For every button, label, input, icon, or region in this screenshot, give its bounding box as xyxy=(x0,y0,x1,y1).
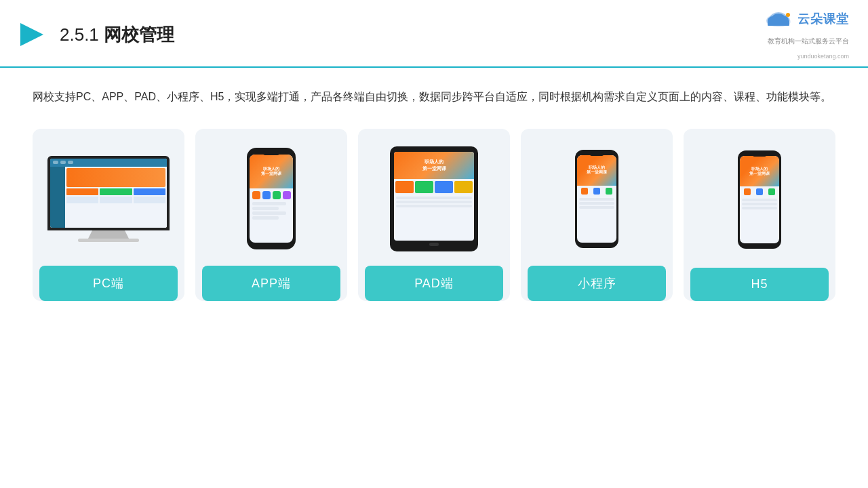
monitor-stand xyxy=(88,230,129,239)
phone-screen: 职场人的第一堂网课 xyxy=(250,155,293,243)
tablet-mock: 职场人的第一堂网课 xyxy=(390,146,478,251)
logo-arrow-icon xyxy=(16,19,47,50)
phone-thin-icon xyxy=(744,188,751,195)
phone-line xyxy=(252,211,286,215)
screen-card xyxy=(100,188,132,195)
h5-label: H5 xyxy=(690,268,829,301)
phone-thin-notch xyxy=(753,153,766,157)
nav-dot xyxy=(68,161,73,164)
phone-thin-line xyxy=(742,203,777,205)
svg-rect-8 xyxy=(768,20,789,26)
tablet-card xyxy=(454,181,473,193)
phone-line xyxy=(252,207,279,210)
screen-card xyxy=(100,197,132,203)
phone-thin-line xyxy=(579,202,614,205)
phone-thin-line xyxy=(742,199,777,201)
pc-card: PC端 xyxy=(33,129,184,301)
header: 2.5.1 网校管理 云朵课堂 教育机构一站式服务云平台 yunduoketan… xyxy=(0,0,868,68)
screen-card xyxy=(66,197,98,203)
app-card: 职场人的第一堂网课 xyxy=(195,129,347,301)
screen-banner xyxy=(66,168,165,187)
phone-thin-banner-text: 职场人的第一堂网课 xyxy=(749,167,770,176)
description: 网校支持PC、APP、PAD、小程序、H5，实现多端打通，产品各终端自由切换，数… xyxy=(33,87,835,107)
miniprogram-phone: 职场人的第一堂网课 xyxy=(575,150,618,248)
phone-content-lines xyxy=(250,201,293,222)
tablet-banner-text: 职场人的第一堂网课 xyxy=(422,159,446,172)
brand-url: yunduoketang.com xyxy=(797,53,849,60)
miniprogram-card: 职场人的第一堂网课 小程 xyxy=(521,129,673,301)
pc-image-area xyxy=(39,141,178,256)
screen-body xyxy=(50,167,167,228)
monitor-screen-inner xyxy=(50,159,167,228)
phone-thin-icons xyxy=(577,186,616,197)
phone-line xyxy=(252,216,279,220)
pc-monitor xyxy=(47,156,170,242)
screen-card xyxy=(134,197,165,203)
phone-thin-icons xyxy=(740,186,779,197)
tablet-row-line xyxy=(396,205,472,207)
tablet-rows xyxy=(394,195,474,210)
phone-line xyxy=(252,202,286,205)
tablet-screen: 职场人的第一堂网课 xyxy=(394,152,474,241)
phone-icon xyxy=(262,191,271,199)
brand-logo: 云朵课堂 教育机构一站式服务云平台 yunduoketang.com xyxy=(764,9,849,60)
screen-content xyxy=(50,159,167,228)
app-phone-mock: 职场人的第一堂网课 xyxy=(247,148,296,249)
pad-label: PAD端 xyxy=(365,266,503,301)
pad-card: 职场人的第一堂网课 xyxy=(358,129,510,301)
phone-thin-banner-text: 职场人的第一堂网课 xyxy=(587,165,607,175)
brand-icon: 云朵课堂 xyxy=(764,9,849,28)
screen-cards xyxy=(66,188,165,195)
tablet-banner: 职场人的第一堂网课 xyxy=(394,152,474,179)
tablet-row-line xyxy=(396,201,472,203)
screen-sidebar xyxy=(50,167,65,228)
phone-thin-line xyxy=(742,207,777,209)
screen-card xyxy=(66,188,98,195)
phone-thin-screen: 职场人的第一堂网课 xyxy=(577,155,616,243)
screen-cards-2 xyxy=(66,197,165,203)
brand-tagline: 教育机构一站式服务云平台 xyxy=(768,37,849,46)
tablet-card xyxy=(435,181,453,193)
screen-main xyxy=(65,167,167,228)
main-content: 网校支持PC、APP、PAD、小程序、H5，实现多端打通，产品各终端自由切换，数… xyxy=(0,68,868,314)
app-image-area: 职场人的第一堂网课 xyxy=(202,141,340,256)
phone-thin-banner: 职场人的第一堂网课 xyxy=(740,156,779,186)
phone-thin-line xyxy=(579,206,614,209)
phone-banner-text: 职场人的第一堂网课 xyxy=(261,167,281,178)
tablet-card xyxy=(415,181,433,193)
phone-notch xyxy=(263,151,279,155)
phone-icon xyxy=(252,191,260,199)
pad-image-area: 职场人的第一堂网课 xyxy=(365,141,503,256)
tablet-card xyxy=(395,181,414,193)
phone-banner: 职场人的第一堂网课 xyxy=(250,155,293,188)
tablet-row-line xyxy=(396,197,472,199)
phone-thin-icon xyxy=(593,188,600,195)
miniprogram-image-area: 职场人的第一堂网课 xyxy=(528,141,666,256)
phone-thin-line xyxy=(579,198,614,201)
svg-marker-0 xyxy=(20,23,43,46)
page-title: 2.5.1 网校管理 xyxy=(60,23,174,47)
phone-thin-screen: 职场人的第一堂网课 xyxy=(740,156,779,243)
brand-name: 云朵课堂 xyxy=(797,11,849,27)
phone-thin-icon xyxy=(581,188,588,195)
phone-icon xyxy=(273,191,281,199)
tablet-cards xyxy=(394,179,474,195)
phone-thin-lines xyxy=(577,197,616,211)
phone-thin-banner: 职场人的第一堂网课 xyxy=(577,155,616,186)
screen-card xyxy=(134,188,165,195)
phone-icons-row xyxy=(250,188,293,201)
phone-thin-icon xyxy=(606,188,612,195)
miniprogram-label: 小程序 xyxy=(528,266,666,301)
cards-row: PC端 职场人的第一堂网课 xyxy=(33,129,835,301)
monitor-screen xyxy=(47,156,170,230)
h5-phone: 职场人的第一堂网课 xyxy=(738,150,781,249)
phone-thin-icon xyxy=(756,188,763,195)
cloud-icon xyxy=(764,9,793,28)
h5-image-area: 职场人的第一堂网课 xyxy=(690,141,829,258)
phone-thin-lines xyxy=(740,197,779,212)
pc-label: PC端 xyxy=(39,266,178,301)
phone-thin-icon xyxy=(768,188,775,195)
header-left: 2.5.1 网校管理 xyxy=(16,19,174,50)
monitor-base xyxy=(78,239,139,242)
svg-point-9 xyxy=(786,13,790,17)
